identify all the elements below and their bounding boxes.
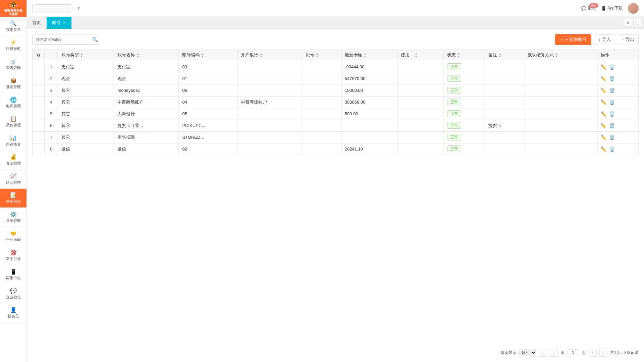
row-code-5: PICKUPC... <box>179 120 237 131</box>
row-num-4: 5 <box>45 108 58 120</box>
row-usage-1 <box>397 73 444 84</box>
tab-close-account[interactable]: ✕ <box>63 20 66 25</box>
tab-close-btn[interactable]: ✕ <box>624 19 632 27</box>
delete-icon-4[interactable]: 🗑️ <box>609 111 615 117</box>
row-actions-3: ✏️ 🗑️ <box>597 96 639 108</box>
col-status[interactable]: 状态▲▼ <box>444 49 485 61</box>
row-setting-0[interactable] <box>33 61 45 73</box>
app-download-btn[interactable]: 📱 App下载 <box>601 5 623 11</box>
row-balance-4: 500.00 <box>341 108 397 120</box>
sidebar-item-ops-mgmt[interactable]: 📈经营管理 <box>0 170 26 189</box>
page-label: 页 <box>560 350 565 356</box>
col-remark[interactable]: 备注▲▼ <box>485 49 524 61</box>
row-remark-6 <box>485 131 524 143</box>
delete-icon-1[interactable]: 🗑️ <box>609 76 615 81</box>
edit-icon-0[interactable]: ✏️ <box>601 64 606 70</box>
col-account-no[interactable]: 账号▲▼ <box>302 49 341 61</box>
page-number-input[interactable] <box>567 349 579 356</box>
row-setting-6[interactable] <box>33 131 45 143</box>
row-setting-3[interactable] <box>33 96 45 108</box>
edit-icon-1[interactable]: ✏️ <box>601 76 606 81</box>
row-default-settle-3 <box>524 96 597 108</box>
row-type-0: 支付宝 <box>58 61 114 73</box>
per-page-select[interactable]: 50 20 100 <box>519 349 536 356</box>
col-balance[interactable]: 最新余额▲▼ <box>341 49 397 61</box>
row-name-0: 支付宝 <box>114 61 179 73</box>
edit-icon-4[interactable]: ✏️ <box>601 111 606 117</box>
row-default-settle-5 <box>524 120 597 131</box>
delete-icon-6[interactable]: 🗑️ <box>609 135 615 140</box>
tab-expand-btn[interactable]: ⛶ <box>633 19 641 27</box>
delete-icon-2[interactable]: 🗑️ <box>609 88 615 93</box>
row-num-3: 4 <box>45 96 58 108</box>
delete-icon-3[interactable]: 🗑️ <box>609 100 615 105</box>
import-button[interactable]: ↓ 导入 <box>594 34 615 45</box>
col-bank[interactable]: 开户银行▲▼ <box>237 49 302 61</box>
search-input[interactable] <box>33 35 90 44</box>
row-default-settle-4 <box>524 108 597 120</box>
col-default-settle[interactable]: 默认结算方式▲▼ <box>524 49 597 61</box>
edit-icon-7[interactable]: ✏️ <box>601 146 606 152</box>
row-status-7: 正常 <box>444 143 485 155</box>
retail-mgmt-icon: 🛒 <box>10 58 17 65</box>
row-balance-1: 547670.00 <box>341 73 397 84</box>
sidebar-item-ecommerce-mgmt[interactable]: 🌐电商管理 <box>0 93 26 112</box>
topbar-message-btn[interactable]: 💬 消息 99+ <box>581 5 596 11</box>
row-setting-1[interactable] <box>33 73 45 84</box>
topbar-search-input[interactable] <box>32 4 72 12</box>
add-account-button[interactable]: ＋ + 新增账号 <box>555 34 591 45</box>
col-account-code[interactable]: 账号编码▲▼ <box>179 49 237 61</box>
sidebar-item-inventory[interactable]: 📊库存核算 <box>0 131 26 150</box>
col-setting[interactable]: ⚙ <box>33 49 45 61</box>
row-setting-2[interactable] <box>33 84 45 96</box>
sidebar-item-app-center[interactable]: 📱应用中心 <box>0 265 26 284</box>
sidebar-item-basic-info[interactable]: 📝基础信息 <box>0 189 26 208</box>
edit-icon-3[interactable]: ✏️ <box>601 100 606 105</box>
delete-icon-5[interactable]: 🗑️ <box>609 123 615 128</box>
row-balance-5 <box>341 120 397 131</box>
edit-icon-2[interactable]: ✏️ <box>601 88 606 93</box>
row-setting-4[interactable] <box>33 108 45 120</box>
col-account-name[interactable]: 账号名称▲▼ <box>114 49 179 61</box>
row-code-6: STORED... <box>179 131 237 143</box>
sidebar-item-retail-mgmt[interactable]: 🛒零售管理 <box>0 55 26 74</box>
tab-home[interactable]: 首页 <box>27 17 47 29</box>
row-status-4: 正常 <box>444 108 485 120</box>
row-remark-5: 提货卡 <box>485 120 524 131</box>
sidebar-item-corp-agreement[interactable]: 🤝企业协同 <box>0 227 26 246</box>
row-name-6: 零售抵现 <box>114 131 179 143</box>
next-page-btn[interactable]: ⟩ <box>589 349 597 357</box>
status-badge-7: 正常 <box>447 145 461 152</box>
edit-icon-5[interactable]: ✏️ <box>601 123 606 128</box>
tab-account[interactable]: 账号✕ <box>47 17 72 29</box>
sidebar-item-wholesale-mgmt[interactable]: 📦批发管理 <box>0 74 26 93</box>
topbar-dropdown-icon[interactable]: ▼ <box>76 6 81 11</box>
row-actions-6: ✏️ 🗑️ <box>597 131 639 143</box>
sidebar-item-corp-wechat[interactable]: 💬企业微信 <box>0 284 26 303</box>
sidebar-item-member[interactable]: 👤畅会员 <box>0 303 26 322</box>
last-page-btn[interactable]: ⟩⟩ <box>599 349 607 357</box>
sidebar-item-capital-mgmt[interactable]: 💰资金管理 <box>0 150 26 170</box>
row-status-6: 正常 <box>444 131 485 143</box>
sidebar-item-search-menu[interactable]: 🔍搜索菜单 <box>0 17 26 36</box>
avatar[interactable] <box>628 3 639 14</box>
first-page-btn[interactable]: ⟨⟨ <box>539 349 547 357</box>
sidebar-item-quick-nav[interactable]: ⚡快捷导航 <box>0 36 26 55</box>
delete-icon-7[interactable]: 🗑️ <box>609 146 615 152</box>
prev-page-btn[interactable]: ⟨ <box>550 349 558 357</box>
row-setting-5[interactable] <box>33 120 45 131</box>
sidebar-label-capital-mgmt: 资金管理 <box>6 161 21 166</box>
export-button[interactable]: ↑ 导出 <box>618 34 639 45</box>
row-account-no-7 <box>302 143 341 155</box>
edit-icon-6[interactable]: ✏️ <box>601 135 606 140</box>
row-setting-7[interactable] <box>33 143 45 155</box>
ops-mgmt-icon: 📈 <box>10 173 17 179</box>
sidebar-item-system-mgmt[interactable]: ⚙️系统管理 <box>0 208 26 227</box>
row-code-1: 01 <box>179 73 237 84</box>
sidebar-item-beginner-guide[interactable]: 🎯新手引导 <box>0 246 26 265</box>
search-button[interactable]: 🔍 <box>90 35 99 44</box>
col-usage[interactable]: 使用...▲▼ <box>397 49 444 61</box>
sidebar-item-purchase-mgmt[interactable]: 📋采购管理 <box>0 112 26 131</box>
col-account-type[interactable]: 账号类型▲▼ <box>58 49 114 61</box>
delete-icon-0[interactable]: 🗑️ <box>609 64 615 70</box>
